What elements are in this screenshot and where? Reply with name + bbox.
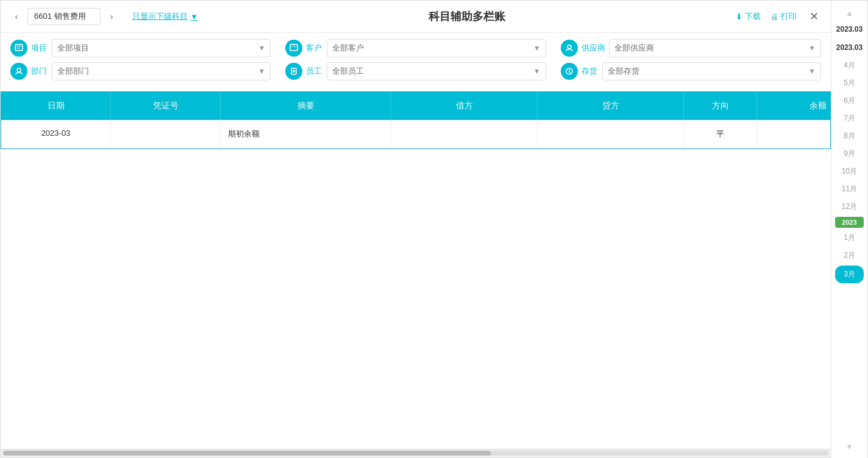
col-direction: 方向 [684,92,757,120]
customer-icon [285,40,302,57]
next-account-btn[interactable]: › [105,10,118,23]
data-table: 日期 凭证号 摘要 借方 贷方 方向 余额 2023-03 期初余额 平 [1,91,831,149]
page-header: ‹ 6601 销售费用 › 只显示下级科目 ▼ 科目辅助多栏账 ⬇ 下载 🖨 打… [1,1,831,33]
timeline-item-7[interactable]: 7月 [831,110,867,127]
timeline-item-1[interactable]: 1月 [831,229,867,247]
employee-icon [285,63,302,80]
customer-select[interactable]: 全部客户 ▼ [327,39,546,57]
main-window: ▲ 2023.03 2023.03 4月 5月 6月 7月 8月 9月 10月 … [0,0,868,458]
filter-employee: 员工 全部员工 ▼ [285,62,546,80]
employee-arrow-icon: ▼ [533,67,541,76]
department-arrow-icon: ▼ [258,67,265,76]
inventory-arrow-icon: ▼ [808,67,816,76]
filter-supplier: 供应商 全部供应商 ▼ [561,39,821,57]
svg-rect-0 [15,44,23,51]
timeline-item-8[interactable]: 8月 [831,127,867,145]
timeline-item-2023-03-1[interactable]: 2023.03 [831,20,867,38]
filter-inventory: 存货 全部存货 ▼ [561,62,821,80]
svg-point-4 [567,45,571,49]
supplier-value: 全部供应商 [614,43,654,54]
timeline-item-9[interactable]: 9月 [831,145,867,163]
employee-select[interactable]: 全部员工 ▼ [327,62,546,80]
employee-label: 员工 [306,66,323,77]
inventory-select[interactable]: 全部存货 ▼ [602,62,821,80]
department-value: 全部部门 [57,66,89,77]
cell-credit [538,120,684,148]
customer-label: 客户 [306,43,323,54]
timeline-item-2[interactable]: 2月 [831,247,867,264]
project-arrow-icon: ▼ [258,44,265,52]
col-date: 日期 [1,92,111,120]
filter-area: 项目 全部项目 ▼ 客户 全部客户 ▼ [1,33,831,91]
timeline-item-12[interactable]: 12月 [831,198,867,216]
timeline-item-2023-03-2[interactable]: 2023.03 [831,38,867,57]
timeline-panel: ▲ 2023.03 2023.03 4月 5月 6月 7月 8月 9月 10月 … [831,1,867,458]
department-icon [10,63,27,80]
chevron-down-icon: ▼ [190,12,198,21]
cell-direction: 平 [684,120,757,148]
timeline-down-btn[interactable]: ▼ [842,439,857,454]
inventory-value: 全部存货 [608,66,639,77]
show-sub-account-btn[interactable]: 只显示下级科目 ▼ [132,11,198,22]
col-voucher: 凭证号 [111,92,221,120]
timeline-item-11[interactable]: 11月 [831,180,867,198]
timeline-item-5[interactable]: 5月 [831,74,867,92]
timeline-item-10[interactable]: 10月 [831,163,867,180]
filter-row-2: 部门 全部部门 ▼ 员工 全部员工 ▼ [10,62,821,80]
col-credit: 贷方 [538,92,684,120]
cell-summary: 期初余额 [221,120,391,148]
close-btn[interactable]: ✕ [806,9,821,24]
prev-account-btn[interactable]: ‹ [10,10,23,23]
table-row: 2023-03 期初余额 平 [1,120,830,149]
print-btn[interactable]: 🖨 打印 [770,11,797,22]
supplier-arrow-icon: ▼ [808,44,816,52]
horizontal-scrollbar[interactable] [1,449,831,457]
inventory-label: 存货 [582,66,599,77]
col-summary: 摘要 [221,92,391,120]
print-label: 打印 [781,11,797,22]
download-icon: ⬇ [736,12,742,21]
download-label: 下载 [745,11,761,22]
filter-project: 项目 全部项目 ▼ [10,39,271,57]
svg-point-5 [17,68,21,72]
download-btn[interactable]: ⬇ 下载 [736,11,761,22]
supplier-label: 供应商 [582,43,605,54]
project-select[interactable]: 全部项目 ▼ [52,39,271,57]
filter-customer: 客户 全部客户 ▼ [285,39,546,57]
cell-voucher [111,120,221,148]
project-label: 项目 [31,43,48,54]
cell-date: 2023-03 [1,120,111,148]
header-left: ‹ 6601 销售费用 › 只显示下级科目 ▼ [10,8,198,25]
table-body: 2023-03 期初余额 平 [1,120,830,149]
cell-debit [391,120,538,148]
header-actions: ⬇ 下载 🖨 打印 ✕ [736,9,821,24]
filter-row-1: 项目 全部项目 ▼ 客户 全部客户 ▼ [10,39,821,57]
supplier-select[interactable]: 全部供应商 ▼ [609,39,821,57]
scrollbar-thumb[interactable] [3,451,491,456]
timeline-up-btn[interactable]: ▲ [842,5,857,20]
timeline-item-3-active[interactable]: 3月 [835,266,864,283]
department-label: 部门 [31,66,48,77]
timeline-item-4[interactable]: 4月 [831,57,867,74]
customer-arrow-icon: ▼ [533,44,541,52]
show-sub-label: 只显示下级科目 [132,11,188,22]
print-icon: 🖨 [770,12,778,21]
account-code-display: 6601 销售费用 [27,8,101,25]
department-select[interactable]: 全部部门 ▼ [52,62,271,80]
project-value: 全部项目 [57,43,89,54]
employee-value: 全部员工 [332,66,364,77]
supplier-icon [561,40,578,57]
customer-value: 全部客户 [332,43,364,54]
col-debit: 借方 [391,92,538,120]
year-badge: 2023 [835,217,864,228]
filter-department: 部门 全部部门 ▼ [10,62,271,80]
page-title: 科目辅助多栏账 [198,9,736,24]
svg-rect-7 [293,70,295,72]
scrollbar-track [3,451,828,456]
table-header: 日期 凭证号 摘要 借方 贷方 方向 余额 [1,92,830,120]
project-icon [10,40,27,57]
timeline-item-6[interactable]: 6月 [831,92,867,110]
content-area: ‹ 6601 销售费用 › 只显示下级科目 ▼ 科目辅助多栏账 ⬇ 下载 🖨 打… [1,1,831,149]
inventory-icon [561,63,578,80]
